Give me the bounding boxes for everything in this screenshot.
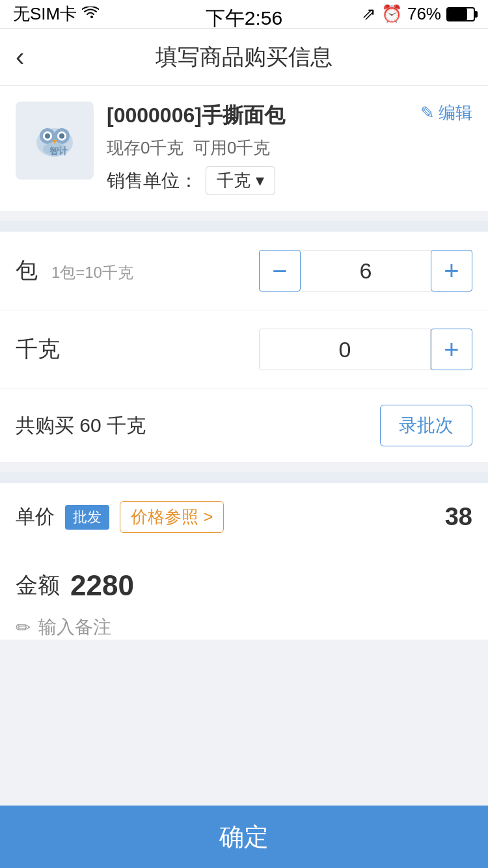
svg-text:智计: 智计 <box>49 146 68 156</box>
product-stock: 现存0千克 可用0千克 <box>107 137 472 159</box>
nav-bar: ‹ 填写商品购买信息 <box>0 29 488 86</box>
amount-row: 金额 2280 <box>16 569 472 602</box>
quantity-row-bao: 包 1包=10千克 − + <box>0 232 488 310</box>
page-title: 填写商品购买信息 <box>156 42 332 72</box>
note-placeholder: 输入备注 <box>38 615 111 640</box>
amount-value: 2280 <box>70 569 134 602</box>
product-image: 智计 <box>16 102 94 180</box>
bao-decrease-button[interactable]: − <box>259 250 301 292</box>
batch-button[interactable]: 录批次 <box>380 405 472 446</box>
price-value: 38 <box>445 503 472 531</box>
product-logo: 智计 <box>32 118 77 164</box>
quantity-label-bao: 包 1包=10千克 <box>16 256 259 286</box>
note-row[interactable]: ✏ 输入备注 <box>16 615 472 640</box>
bao-increase-button[interactable]: + <box>431 250 472 292</box>
amount-label: 金额 <box>16 571 60 601</box>
status-right: ⇗ ⏰ 76% <box>362 4 475 24</box>
battery-icon <box>446 7 475 21</box>
unit-select[interactable]: 千克 ▾ <box>206 166 275 195</box>
content: 智计 [0000006]手撕面包 现存0千克 可用0千克 销售单位： 千克 ▾ … <box>0 86 488 809</box>
svg-point-6 <box>59 133 64 139</box>
summary-text: 共购买 60 千克 <box>16 413 146 439</box>
price-ref-button[interactable]: 价格参照 > <box>120 501 224 533</box>
quantity-label-kg: 千克 <box>16 334 259 364</box>
edit-button[interactable]: ✎ 编辑 <box>420 102 472 124</box>
section-separator-2 <box>0 472 488 483</box>
quantity-controls-kg: + <box>259 329 472 370</box>
location-icon: ⇗ <box>362 4 376 24</box>
wifi-icon <box>82 4 99 24</box>
kg-input[interactable] <box>259 329 431 370</box>
status-time: 下午2:56 <box>206 5 282 32</box>
alarm-icon: ⏰ <box>381 4 402 24</box>
summary-row: 共购买 60 千克 录批次 <box>0 389 488 462</box>
price-section: 单价 批发 价格参照 > 38 <box>0 483 488 551</box>
price-tag: 批发 <box>65 505 109 530</box>
quantity-section: 包 1包=10千克 − + 千克 + <box>0 232 488 389</box>
back-button[interactable]: ‹ <box>16 42 24 72</box>
section-separator <box>0 221 488 232</box>
spacer <box>0 640 488 809</box>
quantity-controls-bao: − + <box>259 250 472 292</box>
kg-label: 千克 <box>16 336 60 361</box>
product-card: 智计 [0000006]手撕面包 现存0千克 可用0千克 销售单位： 千克 ▾ … <box>0 86 488 211</box>
bao-sub-label: 1包=10千克 <box>51 264 133 281</box>
price-label: 单价 <box>16 504 55 530</box>
edit-icon: ✎ <box>420 103 435 123</box>
confirm-button[interactable]: 确定 <box>0 806 488 868</box>
chevron-down-icon: ▾ <box>256 170 264 191</box>
battery-percent: 76% <box>407 4 441 24</box>
bao-label: 包 <box>16 258 38 282</box>
kg-increase-button[interactable]: + <box>431 329 472 370</box>
product-info: [0000006]手撕面包 现存0千克 可用0千克 销售单位： 千克 ▾ <box>107 102 472 195</box>
svg-point-5 <box>45 133 50 139</box>
carrier-label: 无SIM卡 <box>13 3 77 25</box>
quantity-row-kg: 千克 + <box>0 310 488 389</box>
amount-section: 金额 2280 ✏ 输入备注 <box>0 551 488 640</box>
bao-input[interactable] <box>301 250 431 292</box>
pencil-icon: ✏ <box>16 617 31 638</box>
product-name: [0000006]手撕面包 <box>107 102 472 130</box>
status-bar: 无SIM卡 下午2:56 ⇗ ⏰ 76% <box>0 0 488 29</box>
status-left: 无SIM卡 <box>13 3 99 25</box>
product-unit-row: 销售单位： 千克 ▾ <box>107 166 472 195</box>
